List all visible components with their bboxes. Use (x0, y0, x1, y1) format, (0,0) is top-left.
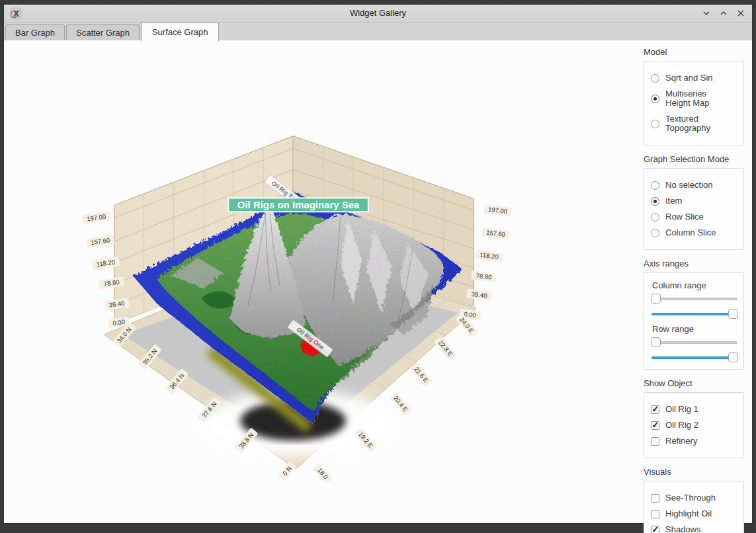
slider-groove[interactable] (651, 341, 737, 344)
radio-no-selection[interactable]: No selection (651, 181, 738, 190)
window-title: Widget Gallery (4, 8, 752, 18)
content-area: Oil Rig Two Oil Rigs on Imaginary Sea Oi… (4, 40, 752, 523)
model-groupbox: Sqrt and Sin Multiseries Height Map Text… (644, 61, 744, 145)
controls-sidebar: Model Sqrt and Sin Multiseries Height Ma… (639, 40, 752, 523)
row-range-max-slider[interactable] (651, 352, 738, 362)
checkbox-highlight-oil[interactable]: Highlight Oil (651, 509, 738, 518)
slider-handle[interactable] (728, 352, 738, 362)
checkbox-icon[interactable] (651, 405, 659, 414)
slider-groove[interactable] (651, 356, 737, 359)
radio-icon[interactable] (651, 95, 659, 103)
checkbox-icon[interactable] (651, 510, 659, 518)
row-range-min-slider[interactable] (651, 337, 738, 347)
row-range-label: Row range (652, 324, 738, 334)
visuals-groupbox: See-Through Highlight Oil Shadows (644, 481, 744, 533)
tab-surface-graph[interactable]: Surface Graph (141, 22, 220, 41)
column-range-max-slider[interactable] (651, 309, 738, 319)
radio-icon[interactable] (651, 181, 659, 190)
radio-icon[interactable] (651, 229, 659, 237)
slider-groove[interactable] (651, 298, 737, 300)
checkbox-refinery[interactable]: Refinery (651, 436, 738, 446)
radio-icon[interactable] (651, 74, 659, 83)
checkbox-see-through[interactable]: See-Through (651, 493, 738, 503)
slider-handle[interactable] (728, 309, 738, 319)
titlebar[interactable]: X Widget Gallery (4, 5, 752, 23)
surface-chart[interactable]: Oil Rig Two Oil Rigs on Imaginary Sea Oi… (4, 40, 639, 523)
close-button[interactable] (736, 9, 745, 18)
model-heading: Model (644, 47, 744, 57)
app-window: X Widget Gallery Bar Graph Scatter Graph… (3, 4, 753, 524)
axis-ranges-groupbox: Column range Row range (644, 272, 744, 370)
radio-row-slice[interactable]: Row Slice (651, 212, 738, 222)
svg-text:Oil Rigs on Imaginary Sea: Oil Rigs on Imaginary Sea (237, 199, 360, 210)
show-object-heading: Show Object (644, 378, 744, 388)
checkbox-shadows[interactable]: Shadows (651, 525, 738, 533)
radio-item[interactable]: Item (651, 196, 738, 206)
checkbox-oil-rig-1[interactable]: Oil Rig 1 (651, 405, 738, 414)
surface-graph-view[interactable]: Oil Rig Two Oil Rigs on Imaginary Sea Oi… (4, 40, 639, 523)
tab-scatter-graph[interactable]: Scatter Graph (66, 24, 140, 41)
column-range-label: Column range (652, 280, 738, 290)
column-range-min-slider[interactable] (651, 294, 738, 304)
radio-sqrt-and-sin[interactable]: Sqrt and Sin (651, 73, 738, 83)
chart-title: Oil Rigs on Imaginary Sea (228, 198, 368, 212)
minimize-button[interactable] (702, 9, 711, 18)
maximize-button[interactable] (719, 9, 728, 18)
selection-mode-groupbox: No selection Item Row Slice Column Slice (644, 168, 744, 250)
radio-icon[interactable] (651, 213, 659, 222)
axis-ranges-heading: Axis ranges (644, 259, 744, 268)
radio-multiseries-height-map[interactable]: Multiseries Height Map (651, 89, 738, 108)
slider-handle[interactable] (651, 337, 661, 347)
checkbox-icon[interactable] (651, 526, 659, 533)
visuals-heading: Visuals (644, 467, 744, 477)
radio-icon[interactable] (651, 197, 659, 206)
tab-bar: Bar Graph Scatter Graph Surface Graph (4, 23, 752, 41)
checkbox-oil-rig-2[interactable]: Oil Rig 2 (651, 421, 738, 430)
checkbox-icon[interactable] (651, 421, 659, 430)
selection-mode-heading: Graph Selection Mode (644, 154, 744, 164)
checkbox-icon[interactable] (651, 494, 659, 503)
slider-groove[interactable] (651, 313, 737, 315)
checkbox-icon[interactable] (651, 437, 659, 446)
show-object-groupbox: Oil Rig 1 Oil Rig 2 Refinery (644, 392, 744, 458)
tab-bar-graph[interactable]: Bar Graph (5, 24, 65, 41)
radio-textured-topography[interactable]: Textured Topography (651, 114, 738, 133)
radio-column-slice[interactable]: Column Slice (651, 228, 738, 237)
slider-handle[interactable] (651, 294, 661, 304)
radio-icon[interactable] (651, 120, 659, 128)
